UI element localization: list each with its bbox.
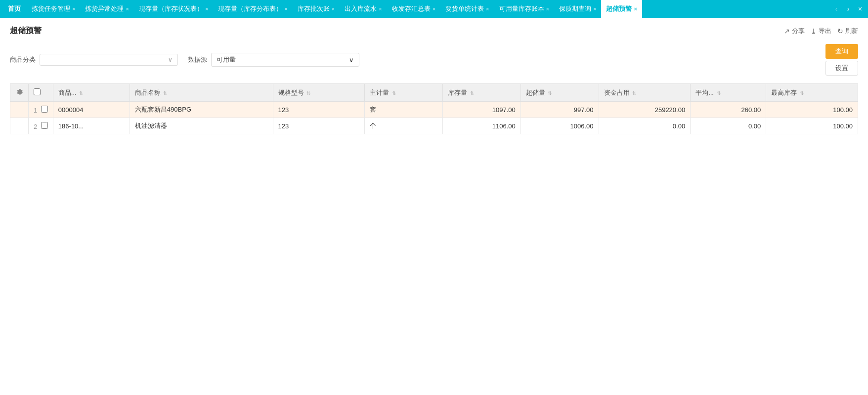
data-source-value: 可用量 bbox=[217, 55, 236, 64]
close-icon[interactable]: × bbox=[433, 6, 435, 12]
nav-item-collect-summary[interactable]: 收发存汇总表 × bbox=[387, 0, 440, 18]
col-header-product-code[interactable]: 商品... ⇅ bbox=[53, 84, 130, 102]
query-button[interactable]: 查询 bbox=[825, 44, 858, 59]
data-table: 商品... ⇅ 商品名称 ⇅ 规格型号 ⇅ 主计量 ⇅ 库存量 ⇅ bbox=[10, 83, 858, 134]
close-icon[interactable]: × bbox=[126, 6, 129, 12]
close-icon[interactable]: × bbox=[284, 6, 287, 12]
sort-icon: ⇅ bbox=[548, 90, 552, 96]
nav-item-overstock-alert[interactable]: 超储预警 × bbox=[601, 0, 642, 18]
close-icon[interactable]: × bbox=[634, 6, 637, 12]
row-settings-cell bbox=[10, 102, 29, 118]
filter-group-category: 商品分类 ∨ bbox=[10, 54, 178, 66]
nav-item-abnormal[interactable]: 拣货异常处理 × bbox=[80, 0, 133, 18]
sort-icon: ⇅ bbox=[470, 90, 474, 96]
close-icon[interactable]: × bbox=[593, 6, 596, 12]
chevron-down-icon: ∨ bbox=[349, 56, 354, 64]
col-header-checkbox[interactable] bbox=[29, 84, 53, 102]
nav-item-task-mgmt[interactable]: 拣货任务管理 × bbox=[27, 0, 80, 18]
overstock-cell: 1006.00 bbox=[521, 118, 599, 134]
share-button[interactable]: ↗ 分享 bbox=[784, 27, 805, 36]
row-number: 1 bbox=[34, 107, 37, 114]
col-header-capital-usage[interactable]: 资金占用 ⇅ bbox=[599, 84, 691, 102]
export-button[interactable]: ⤓ 导出 bbox=[811, 27, 831, 36]
nav-item-available-account[interactable]: 可用量库存账本 × bbox=[494, 0, 554, 18]
col-header-settings[interactable] bbox=[10, 84, 29, 102]
avg-cell: 260.00 bbox=[691, 102, 766, 118]
data-source-select[interactable]: 可用量 ∨ bbox=[211, 53, 359, 67]
close-icon[interactable]: × bbox=[72, 6, 75, 12]
nav-close-button[interactable]: × bbox=[854, 0, 866, 18]
row-checkbox[interactable] bbox=[41, 122, 48, 129]
col-header-avg[interactable]: 平均... ⇅ bbox=[691, 84, 766, 102]
product-category-label: 商品分类 bbox=[10, 55, 36, 64]
sort-icon: ⇅ bbox=[632, 90, 636, 96]
spec-cell: 123 bbox=[273, 102, 365, 118]
nav-item-inventory-status[interactable]: 现存量（库存状况表） × bbox=[134, 0, 213, 18]
nav-arrows: ‹ › × bbox=[830, 0, 866, 18]
export-icon: ⤓ bbox=[811, 27, 817, 35]
page-content: 超储预警 ↗ 分享 ⤓ 导出 ↻ 刷新 商品分类 ∨ 数据源 bbox=[0, 18, 868, 395]
nav-item-order-stats[interactable]: 要货单统计表 × bbox=[440, 0, 494, 18]
header-actions: ↗ 分享 ⤓ 导出 ↻ 刷新 bbox=[784, 27, 858, 36]
col-header-max-stock[interactable]: 最高库存 ⇅ bbox=[766, 84, 858, 102]
gear-icon bbox=[15, 88, 23, 96]
refresh-button[interactable]: ↻ 刷新 bbox=[837, 27, 858, 36]
refresh-icon: ↻ bbox=[837, 27, 843, 35]
stock-cell: 1106.00 bbox=[442, 118, 521, 134]
col-header-overstock[interactable]: 超储量 ⇅ bbox=[521, 84, 599, 102]
sort-icon: ⇅ bbox=[717, 90, 721, 96]
page-header: 超储预警 ↗ 分享 ⤓ 导出 ↻ 刷新 bbox=[10, 26, 858, 36]
nav-item-batch-account[interactable]: 库存批次账 × bbox=[293, 0, 340, 18]
unit-cell: 个 bbox=[365, 118, 443, 134]
row-num-cell: 2 bbox=[29, 118, 53, 134]
settings-button[interactable]: 设置 bbox=[825, 61, 858, 76]
close-icon[interactable]: × bbox=[332, 6, 335, 12]
product-name-cell: 六配套新昌490BPG bbox=[130, 102, 273, 118]
page-title: 超储预警 bbox=[10, 26, 42, 36]
product-code-cell: 186-10... bbox=[53, 118, 130, 134]
sort-icon: ⇅ bbox=[163, 90, 167, 96]
stock-cell: 1097.00 bbox=[442, 102, 521, 118]
col-header-product-name[interactable]: 商品名称 ⇅ bbox=[130, 84, 273, 102]
filter-row: 商品分类 ∨ 数据源 可用量 ∨ 查询 设置 bbox=[10, 44, 858, 76]
close-icon[interactable]: × bbox=[486, 6, 489, 12]
product-name-cell: 机油滤清器 bbox=[130, 118, 273, 134]
sort-icon: ⇅ bbox=[800, 90, 804, 96]
col-header-unit[interactable]: 主计量 ⇅ bbox=[365, 84, 443, 102]
row-num-cell: 1 bbox=[29, 102, 53, 118]
col-header-spec[interactable]: 规格型号 ⇅ bbox=[273, 84, 365, 102]
col-header-stock[interactable]: 库存量 ⇅ bbox=[442, 84, 521, 102]
filter-buttons: 查询 设置 bbox=[825, 44, 858, 76]
share-icon: ↗ bbox=[784, 27, 790, 35]
nav-home[interactable]: 首页 bbox=[2, 0, 27, 18]
close-icon[interactable]: × bbox=[205, 6, 208, 12]
max-stock-cell: 100.00 bbox=[766, 118, 858, 134]
product-category-select[interactable]: ∨ bbox=[40, 54, 178, 66]
capital-usage-cell: 259220.00 bbox=[599, 102, 691, 118]
table-row: 2 186-10... 机油滤清器 123 个 1106.00 1006.00 … bbox=[10, 118, 858, 134]
nav-item-inventory-dist[interactable]: 现存量（库存分布表） × bbox=[213, 0, 292, 18]
max-stock-cell: 100.00 bbox=[766, 102, 858, 118]
row-number: 2 bbox=[34, 123, 37, 130]
close-icon[interactable]: × bbox=[379, 6, 382, 12]
nav-bar: 首页 拣货任务管理 × 拣货异常处理 × 现存量（库存状况表） × 现存量（库存… bbox=[0, 0, 868, 18]
sort-icon: ⇅ bbox=[79, 90, 83, 96]
overstock-cell: 997.00 bbox=[521, 102, 599, 118]
table-row: 1 0000004 六配套新昌490BPG 123 套 1097.00 997.… bbox=[10, 102, 858, 118]
nav-next-button[interactable]: › bbox=[842, 0, 854, 18]
chevron-down-icon: ∨ bbox=[168, 56, 173, 63]
filter-group-datasource: 数据源 可用量 ∨ bbox=[188, 53, 359, 67]
table-header-row: 商品... ⇅ 商品名称 ⇅ 规格型号 ⇅ 主计量 ⇅ 库存量 ⇅ bbox=[10, 84, 858, 102]
row-checkbox[interactable] bbox=[41, 106, 48, 113]
nav-item-in-out-flow[interactable]: 出入库流水 × bbox=[340, 0, 387, 18]
avg-cell: 0.00 bbox=[691, 118, 766, 134]
data-source-label: 数据源 bbox=[188, 55, 207, 64]
spec-cell: 123 bbox=[273, 118, 365, 134]
row-settings-cell bbox=[10, 118, 29, 134]
nav-item-shelf-life[interactable]: 保质期查询 × bbox=[554, 0, 601, 18]
close-icon[interactable]: × bbox=[546, 6, 549, 12]
sort-icon: ⇅ bbox=[392, 90, 396, 96]
select-all-checkbox[interactable] bbox=[34, 88, 41, 95]
sort-icon: ⇅ bbox=[306, 90, 310, 96]
nav-prev-button[interactable]: ‹ bbox=[830, 0, 842, 18]
